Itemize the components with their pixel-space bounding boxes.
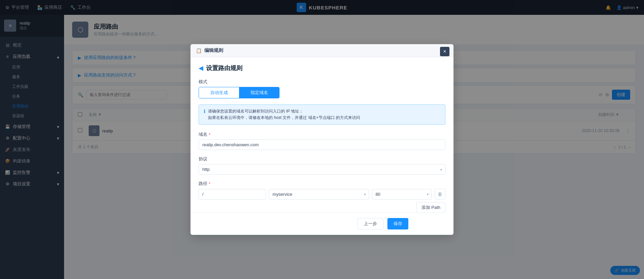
port-select-wrap: 80 ▾	[372, 189, 432, 199]
protocol-select[interactable]: http https	[199, 164, 445, 175]
path-input[interactable]	[199, 189, 266, 199]
protocol-label: 协议	[199, 156, 445, 162]
add-path-button[interactable]: 添加 Path	[416, 202, 445, 213]
modal-top-bar-icon: 📋	[196, 48, 202, 53]
modal-section-title: 设置路由规则	[206, 64, 242, 72]
service-select-wrap: myservice ▾	[269, 189, 369, 199]
service-select[interactable]: myservice	[269, 189, 369, 199]
modal-back-icon[interactable]: ◀	[199, 64, 203, 72]
modal-footer: 上一步 保存	[191, 212, 416, 235]
path-row: myservice ▾ 80 ▾ 🗑	[199, 189, 445, 199]
path-required-star: *	[209, 181, 210, 186]
domain-label: 域名 *	[199, 131, 445, 137]
back-button[interactable]: 上一步	[357, 218, 383, 229]
info-icon: ℹ	[204, 108, 205, 114]
path-label: 路径 *	[199, 181, 445, 187]
modal: 📋 编辑规则 × ◀ 设置路由规则 模式 自动生成 指定域名 ℹ	[191, 44, 453, 235]
info-text: 请确保您设置的域名可以解析到访问入口的 IP 地址； 如果在私有云环境中，请修改…	[208, 108, 360, 121]
protocol-select-wrapper: http https ▾	[199, 164, 445, 175]
modal-back-row: ◀ 设置路由规则	[199, 64, 445, 72]
modal-overlay[interactable]: 📋 编辑规则 × ◀ 设置路由规则 模式 自动生成 指定域名 ℹ	[0, 0, 644, 279]
domain-group: 域名 *	[199, 131, 445, 150]
info-box: ℹ 请确保您设置的域名可以解析到访问入口的 IP 地址； 如果在私有云环境中，请…	[199, 104, 445, 125]
modal-top-bar-title: 编辑规则	[204, 48, 223, 54]
domain-required-star: *	[209, 132, 210, 137]
mode-toggle: 自动生成 指定域名	[199, 87, 280, 98]
modal-body: ◀ 设置路由规则 模式 自动生成 指定域名 ℹ 请确保您设置的域名可以解析到访问…	[191, 57, 453, 212]
modal-close-button[interactable]: ×	[440, 47, 449, 56]
path-delete-button[interactable]: 🗑	[435, 189, 445, 199]
save-button[interactable]: 保存	[387, 218, 408, 229]
mode-specified-button[interactable]: 指定域名	[239, 87, 279, 98]
domain-input[interactable]	[199, 140, 445, 150]
mode-auto-button[interactable]: 自动生成	[199, 87, 239, 98]
port-select[interactable]: 80	[372, 189, 432, 199]
mode-label: 模式	[199, 79, 445, 85]
protocol-group: 协议 http https ▾	[199, 156, 445, 175]
modal-top-bar: 📋 编辑规则	[191, 44, 453, 57]
mode-group: 模式 自动生成 指定域名	[199, 79, 445, 98]
path-group: 路径 * myservice ▾ 80 ▾	[199, 181, 445, 199]
